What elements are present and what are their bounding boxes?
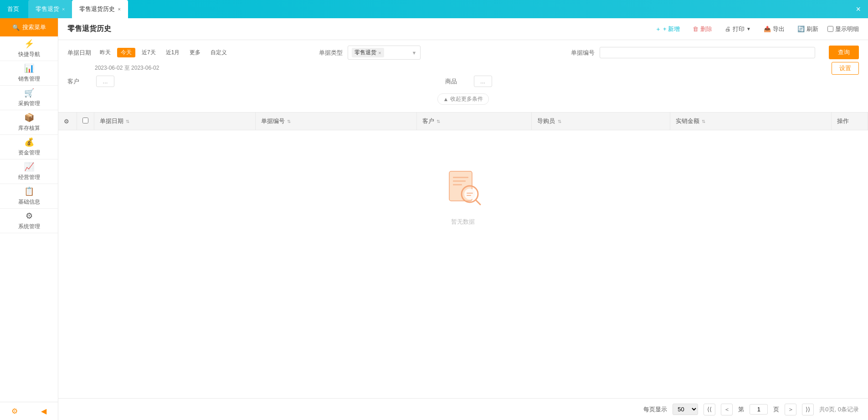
th-customer: 客户 ⇅: [416, 113, 532, 130]
customer-sort-icon[interactable]: ⇅: [437, 119, 440, 124]
page-number-input[interactable]: [750, 404, 768, 415]
sidebar-item-finance[interactable]: 💰 资金管理: [0, 135, 58, 159]
tab-retail-return[interactable]: 零售退货 ×: [28, 0, 72, 18]
pagination-info: 共0页, 0条记录: [819, 405, 859, 414]
settings-icon: ⚙: [64, 118, 69, 125]
last-page-button[interactable]: ⟩⟩: [802, 404, 814, 415]
goods-label: 商品: [445, 77, 470, 86]
query-button[interactable]: 查询: [829, 46, 859, 59]
date-btn-today[interactable]: 今天: [117, 48, 135, 57]
main-layout: 🔍 搜索菜单 ⚡ 快捷导航 📊 销售管理 🛒 采购管理 📦 库存核算 💰: [0, 18, 868, 420]
date-shortcut-group: 昨天 今天 近7天 近1月 更多 自定义: [96, 48, 231, 57]
prev-page-button[interactable]: ＜: [721, 404, 733, 415]
system-icon: ⚙: [26, 211, 33, 221]
sidebar-item-basic-info[interactable]: 📋 基础信息: [0, 184, 58, 209]
th-settings[interactable]: ⚙: [58, 113, 77, 130]
show-details-checkbox[interactable]: [827, 26, 833, 32]
show-details-checkbox-label[interactable]: 显示明细: [827, 25, 859, 33]
per-page-label: 每页显示: [643, 405, 667, 414]
doc-no-label: 单据编号: [571, 49, 596, 57]
first-page-button[interactable]: ⟨⟨: [704, 404, 715, 415]
print-icon: 🖨: [725, 26, 731, 32]
page-header: 零售退货历史 ＋ + 新增 🗑 删除 🖨 打印 ▼ 📤 导出: [58, 18, 868, 40]
th-customer-label: 客户: [422, 118, 434, 124]
sidebar-item-operations[interactable]: 📈 经营管理: [0, 159, 58, 184]
filter-row-1: 单据日期 昨天 今天 近7天 近1月 更多 自定义 单据类型: [67, 46, 815, 60]
date-btn-more[interactable]: 更多: [186, 48, 204, 57]
tab-retail-return-history-close[interactable]: ×: [118, 6, 120, 12]
page-unit: 页: [773, 405, 779, 414]
operations-icon: 📈: [24, 162, 34, 172]
sidebar-item-finance-label: 资金管理: [18, 149, 40, 157]
header-actions: ＋ + 新增 🗑 删除 🖨 打印 ▼ 📤 导出 🔄: [652, 23, 859, 35]
empty-state-row: 暂无数据: [58, 130, 868, 263]
tab-home[interactable]: 首页: [0, 0, 26, 18]
guide-sort-icon[interactable]: ⇅: [558, 119, 561, 124]
export-icon: 📤: [764, 26, 771, 32]
date-btn-7days[interactable]: 近7天: [138, 48, 159, 57]
next-page-button[interactable]: ＞: [785, 404, 796, 415]
sidebar-settings-button[interactable]: ⚙: [11, 407, 18, 415]
th-checkbox[interactable]: [77, 113, 94, 130]
sidebar-item-system[interactable]: ⚙ 系统管理: [0, 209, 58, 233]
finance-icon: 💰: [24, 137, 34, 147]
doc-date-sort-icon[interactable]: ⇅: [126, 119, 129, 124]
empty-state: 暂无数据: [58, 130, 868, 262]
sidebar-search[interactable]: 🔍 搜索菜单: [0, 18, 58, 36]
refresh-label: 刷新: [806, 25, 818, 33]
new-icon: ＋: [655, 25, 661, 33]
th-amount-label: 实销金额: [676, 118, 699, 124]
sidebar-item-purchase-label: 采购管理: [18, 100, 40, 108]
refresh-button[interactable]: 🔄 刷新: [794, 23, 822, 35]
doc-type-tag-close[interactable]: ×: [378, 50, 381, 56]
customer-input[interactable]: ...: [96, 76, 114, 87]
print-label: 打印: [733, 25, 745, 33]
print-chevron-icon: ▼: [746, 26, 751, 31]
basic-info-icon: 📋: [24, 186, 34, 196]
pagination-bar: 每页显示 20 50 100 ⟨⟨ ＜ 第 页 ＞ ⟩⟩ 共0页, 0条记录: [58, 398, 868, 420]
sidebar-item-inventory[interactable]: 📦 库存核算: [0, 110, 58, 135]
doc-type-tag: 零售退货 ×: [352, 48, 384, 57]
goods-input[interactable]: ...: [474, 76, 492, 87]
date-btn-yesterday[interactable]: 昨天: [96, 48, 114, 57]
page-label: 第: [738, 405, 744, 414]
doc-no-input[interactable]: [600, 47, 815, 58]
select-all-checkbox[interactable]: [82, 118, 88, 123]
date-btn-custom[interactable]: 自定义: [207, 48, 231, 57]
tab-retail-return-label: 零售退货: [36, 5, 59, 13]
export-button[interactable]: 📤 导出: [760, 23, 788, 35]
doc-no-filter-item: 单据编号: [571, 47, 815, 58]
doc-no-sort-icon[interactable]: ⇅: [287, 119, 291, 124]
tab-retail-return-close[interactable]: ×: [62, 6, 65, 12]
sidebar-item-sales-label: 销售管理: [18, 75, 40, 83]
sidebar-item-sales-mgmt[interactable]: 📊 销售管理: [0, 61, 58, 86]
th-ops-label: 操作: [837, 118, 849, 124]
window-close-button[interactable]: ×: [856, 5, 861, 14]
collapse-button[interactable]: ▲ 收起更多条件: [437, 93, 489, 105]
th-doc-no: 单据编号 ⇅: [255, 113, 416, 130]
filter-settings-button[interactable]: 设置: [832, 62, 859, 75]
doc-type-filter-item: 单据类型 零售退货 × ▼: [319, 46, 563, 60]
new-button[interactable]: ＋ + 新增: [652, 23, 683, 35]
delete-label: 删除: [700, 25, 712, 33]
collapse-row: ▲ 收起更多条件: [67, 92, 859, 107]
svg-line-6: [476, 200, 480, 205]
doc-type-select[interactable]: 零售退货 × ▼: [348, 46, 421, 60]
sidebar-item-quick-nav[interactable]: ⚡ 快捷导航: [0, 36, 58, 61]
delete-button[interactable]: 🗑 删除: [689, 23, 716, 35]
print-button[interactable]: 🖨 打印 ▼: [721, 23, 755, 35]
table-area: ⚙ 单据日期 ⇅ 单据编号 ⇅: [58, 113, 868, 398]
date-btn-1month[interactable]: 近1月: [162, 48, 184, 57]
sales-icon: 📊: [24, 63, 34, 73]
per-page-select[interactable]: 20 50 100: [673, 404, 698, 415]
top-bar: 首页 零售退货 × 零售退货历史 × ×: [0, 0, 868, 18]
amount-sort-icon[interactable]: ⇅: [702, 119, 705, 124]
tab-retail-return-history[interactable]: 零售退货历史 ×: [72, 0, 128, 18]
sidebar-item-inventory-label: 库存核算: [18, 124, 40, 132]
svg-rect-1: [453, 177, 468, 178]
th-doc-date: 单据日期 ⇅: [94, 113, 255, 130]
doc-type-value: 零售退货: [354, 49, 376, 56]
sidebar-item-basic-info-label: 基础信息: [18, 198, 40, 206]
sidebar-item-purchase-mgmt[interactable]: 🛒 采购管理: [0, 86, 58, 110]
sidebar-toggle-button[interactable]: ◀: [41, 407, 46, 415]
